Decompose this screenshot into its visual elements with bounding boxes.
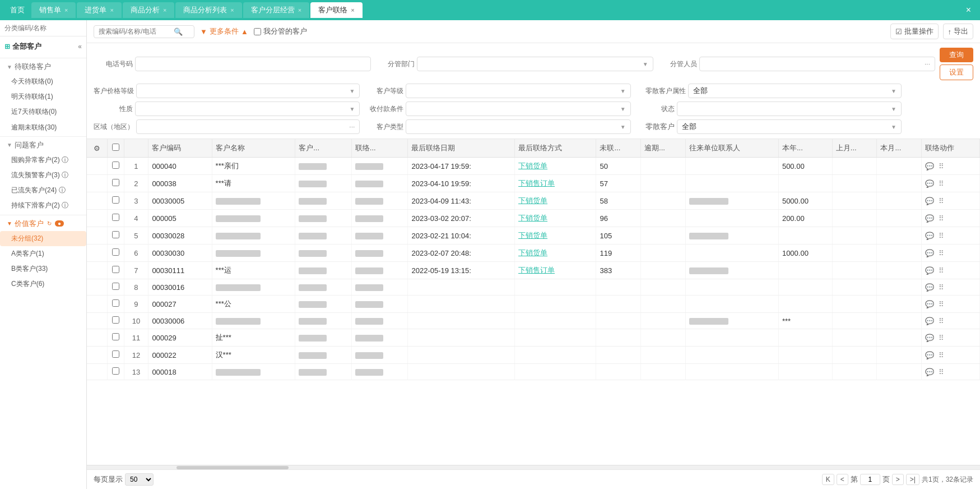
nav-tab-sales[interactable]: 销售单 × bbox=[31, 2, 76, 18]
sidebar-item-declining[interactable]: 持续下滑客户(2) ⓘ bbox=[0, 198, 86, 213]
contact-icon[interactable]: 💬 bbox=[925, 351, 934, 359]
nav-home[interactable]: 首页 bbox=[4, 5, 30, 15]
sidebar-item-7days[interactable]: 近7天待联络(0) bbox=[0, 104, 86, 119]
my-customers-checkbox[interactable]: 我分管的客户 bbox=[254, 26, 307, 36]
phone-input[interactable] bbox=[135, 57, 371, 71]
close-sales-tab[interactable]: × bbox=[64, 7, 68, 13]
sidebar-all-customers[interactable]: ⊞ 全部客户 « bbox=[0, 39, 86, 54]
row-check-4[interactable] bbox=[112, 231, 119, 238]
row-check-3[interactable] bbox=[112, 214, 119, 221]
filter-search-input[interactable] bbox=[99, 27, 171, 35]
close-analysis-tab[interactable]: × bbox=[163, 7, 166, 13]
contact-icon[interactable]: 💬 bbox=[925, 334, 934, 342]
retail-select[interactable]: 全部 ▼ bbox=[677, 119, 902, 134]
prev-page-btn[interactable]: < bbox=[837, 474, 848, 485]
sidebar-item-churn-warning[interactable]: 流失预警客户(3) ⓘ bbox=[0, 168, 86, 183]
row-check-10[interactable] bbox=[112, 333, 119, 340]
contact-icon[interactable]: 💬 bbox=[925, 197, 934, 205]
contact-icon[interactable]: 💬 bbox=[925, 162, 934, 170]
filter-search-icon[interactable]: 🔍 bbox=[174, 27, 183, 36]
td-check[interactable] bbox=[107, 279, 124, 296]
more-icon[interactable]: ⠿ bbox=[939, 249, 944, 257]
td-check[interactable] bbox=[107, 192, 124, 210]
export-btn[interactable]: ↑ 导出 bbox=[943, 24, 974, 39]
gender-select[interactable]: ▼ bbox=[135, 102, 360, 116]
td-check[interactable] bbox=[107, 245, 124, 262]
more-icon[interactable]: ⠿ bbox=[939, 334, 944, 342]
row-check-1[interactable] bbox=[112, 179, 119, 186]
more-icon[interactable]: ⠿ bbox=[939, 317, 944, 325]
sidebar-problem-header[interactable]: ▼ 问题客户 bbox=[0, 138, 86, 153]
custtype-select[interactable]: ▼ bbox=[406, 119, 630, 134]
close-customer-contact-tab[interactable]: × bbox=[351, 7, 354, 13]
contact-icon[interactable]: 💬 bbox=[925, 317, 934, 325]
horizontal-scrollbar[interactable] bbox=[177, 466, 289, 469]
more-icon[interactable]: ⠿ bbox=[939, 368, 944, 376]
more-icon[interactable]: ⠿ bbox=[939, 162, 944, 170]
my-customers-check[interactable] bbox=[254, 28, 261, 35]
nav-tab-analysis-list[interactable]: 商品分析列表 × bbox=[175, 2, 241, 18]
payment-select[interactable]: ▼ bbox=[406, 102, 630, 116]
sidebar-item-today[interactable]: 今天待联络(0) bbox=[0, 74, 86, 89]
row-check-7[interactable] bbox=[112, 283, 119, 290]
more-icon[interactable]: ⠿ bbox=[939, 232, 944, 240]
sidebar-item-c-class[interactable]: C类客户(6) bbox=[0, 276, 86, 292]
next-page-btn[interactable]: > bbox=[892, 474, 904, 485]
contact-icon[interactable]: 💬 bbox=[925, 249, 934, 257]
sidebar-value-header[interactable]: ▼ 价值客户 ↻ ● bbox=[0, 216, 86, 231]
row-check-6[interactable] bbox=[112, 266, 119, 273]
per-page-select[interactable]: 50 100 bbox=[125, 473, 154, 486]
retail-attr-select[interactable]: 全部 ▼ bbox=[688, 84, 902, 98]
filter-more-btn[interactable]: ▼ 更多条件 ▲ bbox=[200, 26, 248, 36]
row-check-0[interactable] bbox=[112, 162, 119, 169]
more-icon[interactable]: ⠿ bbox=[939, 351, 944, 359]
td-check[interactable] bbox=[107, 364, 124, 380]
th-name[interactable]: 客户名称 bbox=[212, 139, 295, 158]
close-customer-mgr-tab[interactable]: × bbox=[298, 7, 301, 13]
last-page-btn[interactable]: >| bbox=[906, 474, 919, 485]
row-check-9[interactable] bbox=[112, 316, 119, 324]
th-check[interactable] bbox=[107, 139, 124, 158]
row-check-12[interactable] bbox=[112, 367, 119, 375]
th-setting[interactable]: ⚙ bbox=[87, 139, 107, 158]
nav-tab-customer-contact[interactable]: 客户联络 × bbox=[310, 2, 362, 18]
more-icon[interactable]: ⠿ bbox=[939, 179, 944, 188]
td-check[interactable] bbox=[107, 158, 124, 175]
row-check-5[interactable] bbox=[112, 248, 119, 256]
filter-search-box[interactable]: 🔍 bbox=[94, 25, 194, 38]
pricelevel-select[interactable]: ▼ bbox=[136, 84, 360, 98]
th-code[interactable]: 客户编码 bbox=[148, 139, 212, 158]
sidebar-search-input[interactable] bbox=[4, 24, 87, 32]
sidebar-item-ungroup[interactable]: 未分组(32) bbox=[0, 231, 86, 246]
td-check[interactable] bbox=[107, 329, 124, 347]
td-check[interactable] bbox=[107, 210, 124, 227]
contact-icon[interactable]: 💬 bbox=[925, 266, 934, 275]
sidebar-item-abnormal[interactable]: 囤购异常客户(2) ⓘ bbox=[0, 153, 86, 168]
page-number-input[interactable] bbox=[860, 474, 880, 485]
td-check[interactable] bbox=[107, 313, 124, 329]
contact-icon[interactable]: 💬 bbox=[925, 179, 934, 188]
contact-icon[interactable]: 💬 bbox=[925, 232, 934, 240]
manager-select[interactable]: ··· bbox=[699, 57, 935, 71]
query-btn[interactable]: 查询 bbox=[940, 48, 973, 62]
close-purchase-tab[interactable]: × bbox=[110, 7, 113, 13]
td-check[interactable] bbox=[107, 175, 124, 192]
refresh-icon[interactable]: ↻ bbox=[47, 220, 52, 227]
first-page-btn[interactable]: K bbox=[822, 474, 834, 485]
sidebar-pending-header[interactable]: ▼ 待联络客户 bbox=[0, 59, 86, 74]
td-check[interactable] bbox=[107, 296, 124, 313]
level-select[interactable]: ▼ bbox=[406, 84, 630, 98]
more-icon[interactable]: ⠿ bbox=[939, 300, 944, 308]
sidebar-item-tomorrow[interactable]: 明天待联络(1) bbox=[0, 89, 86, 104]
sidebar-item-b-class[interactable]: B类客户(33) bbox=[0, 261, 86, 276]
nav-tab-customer-mgr[interactable]: 客户分层经营 × bbox=[243, 2, 309, 18]
contact-icon[interactable]: 💬 bbox=[925, 214, 934, 223]
more-icon[interactable]: ⠿ bbox=[939, 266, 944, 275]
contact-icon[interactable]: 💬 bbox=[925, 300, 934, 308]
contact-icon[interactable]: 💬 bbox=[925, 368, 934, 376]
contact-icon[interactable]: 💬 bbox=[925, 283, 934, 292]
batch-op-btn[interactable]: ☑ 批量操作 bbox=[890, 24, 939, 39]
td-check[interactable] bbox=[107, 262, 124, 279]
more-icon[interactable]: ⠿ bbox=[939, 214, 944, 223]
row-check-8[interactable] bbox=[112, 299, 119, 307]
